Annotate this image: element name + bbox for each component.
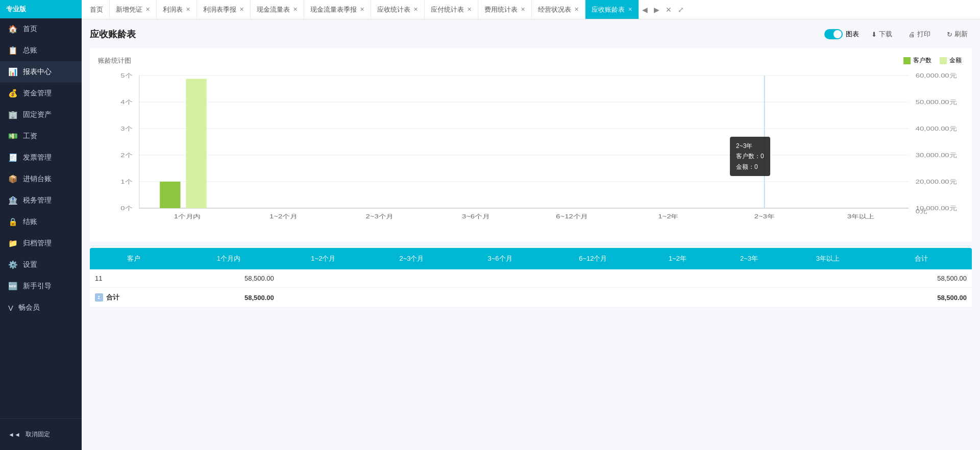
tab-profit-quarter[interactable]: 利润表季报 ✕ — [197, 0, 251, 19]
print-button[interactable]: 🖨 打印 — [904, 28, 935, 41]
total-12m — [279, 288, 368, 308]
member-icon: V — [8, 304, 13, 312]
main-content: 首页 新增凭证 ✕ 利润表 ✕ 利润表季报 ✕ 现金流量表 ✕ 现金流量表季报 … — [82, 0, 980, 450]
col-header-total: 合计 — [871, 248, 972, 269]
tab-cashflow-quarter[interactable]: 现金流量表季报 ✕ — [304, 0, 371, 19]
total-1m: 58,500.00 — [178, 288, 279, 308]
tab-receivable-stat-close[interactable]: ✕ — [413, 6, 418, 13]
sidebar-item-archive[interactable]: 📁 归档管理 — [0, 233, 82, 254]
cell-1m: 58,500.00 — [178, 269, 279, 288]
tab-expense-stat-close[interactable]: ✕ — [521, 6, 525, 13]
sidebar-unpin-button[interactable]: ◄◄ 取消固定 — [0, 424, 82, 445]
cell-612m — [544, 269, 642, 288]
refresh-button[interactable]: ↻ 刷新 — [943, 28, 972, 41]
sidebar-item-guide[interactable]: 🆕 新手引导 — [0, 276, 82, 297]
tab-payable-stat-label: 应付统计表 — [431, 5, 464, 14]
assets-icon: 🏢 — [8, 110, 18, 119]
download-icon: ⬇ — [871, 31, 877, 38]
tab-payable-stat[interactable]: 应付统计表 ✕ — [425, 0, 478, 19]
total-icon: Σ — [95, 293, 103, 302]
tab-receivable-stat[interactable]: 应收统计表 ✕ — [371, 0, 425, 19]
col-header-12m: 1~2个月 — [279, 248, 368, 269]
print-label: 打印 — [917, 30, 930, 39]
sidebar-item-purchase[interactable]: 📦 进销台账 — [0, 168, 82, 190]
tab-voucher[interactable]: 新增凭证 ✕ — [110, 0, 157, 19]
close-accounts-icon: 🔒 — [8, 217, 18, 227]
tab-expense-stat[interactable]: 费用统计表 ✕ — [478, 0, 532, 19]
sidebar-item-label: 税务管理 — [23, 196, 52, 205]
cell-36m — [456, 269, 544, 288]
cell-23m — [368, 269, 456, 288]
tab-aging-label: 应收账龄表 — [592, 5, 625, 14]
home-icon: 🏠 — [8, 24, 18, 34]
download-button[interactable]: ⬇ 下载 — [867, 28, 896, 41]
sidebar-item-label: 工资 — [23, 132, 37, 141]
col-header-23y: 2~3年 — [714, 248, 785, 269]
sidebar-item-assets[interactable]: 🏢 固定资产 — [0, 104, 82, 126]
sidebar-item-label: 固定资产 — [23, 110, 52, 119]
tab-close-all[interactable]: ✕ — [663, 0, 675, 19]
tab-profit[interactable]: 利润表 ✕ — [157, 0, 197, 19]
sidebar-item-tax[interactable]: 🏦 税务管理 — [0, 190, 82, 211]
sidebar-item-label: 报表中心 — [23, 67, 52, 77]
tab-cashflow-label: 现金流量表 — [257, 5, 290, 14]
total-total: 58,500.00 — [871, 288, 972, 308]
tab-operation[interactable]: 经营状况表 ✕ — [532, 0, 585, 19]
refresh-icon: ↻ — [947, 31, 952, 38]
tab-scroll-left[interactable]: ◀ — [639, 0, 651, 19]
svg-text:30,000.00元: 30,000.00元 — [916, 152, 957, 159]
svg-text:1个月内: 1个月内 — [174, 213, 201, 220]
sidebar-item-home[interactable]: 🏠 首页 — [0, 18, 82, 40]
chart-toggle[interactable]: 图表 — [824, 29, 859, 39]
tab-cashflow[interactable]: 现金流量表 ✕ — [251, 0, 304, 19]
total-label-cell: Σ 合计 — [90, 288, 178, 308]
total-612m — [544, 288, 642, 308]
tab-profit-close[interactable]: ✕ — [186, 6, 190, 13]
refresh-label: 刷新 — [954, 30, 968, 39]
sidebar-item-member[interactable]: V 畅会员 — [0, 297, 82, 318]
tab-operation-close[interactable]: ✕ — [574, 6, 579, 13]
svg-text:40,000.00元: 40,000.00元 — [916, 126, 957, 132]
tab-expand[interactable]: ⤢ — [675, 0, 687, 19]
tab-cashflow-close[interactable]: ✕ — [293, 6, 298, 13]
tab-payable-stat-close[interactable]: ✕ — [467, 6, 472, 13]
tab-voucher-close[interactable]: ✕ — [145, 6, 150, 13]
tab-home-label: 首页 — [90, 5, 103, 14]
svg-text:20,000.00元: 20,000.00元 — [916, 179, 957, 185]
ledger-icon: 📋 — [8, 46, 18, 55]
sidebar-item-salary[interactable]: 💵 工资 — [0, 126, 82, 147]
sidebar-item-settings[interactable]: ⚙️ 设置 — [0, 254, 82, 276]
svg-text:0个: 0个 — [120, 205, 132, 212]
sidebar-item-close[interactable]: 🔒 结账 — [0, 211, 82, 233]
sidebar-item-label: 资金管理 — [23, 89, 52, 98]
total-23y — [714, 288, 785, 308]
funds-icon: 💰 — [8, 89, 18, 98]
sidebar-item-label: 归档管理 — [23, 239, 52, 248]
tab-cashflow-quarter-close[interactable]: ✕ — [360, 6, 364, 13]
col-header-customer: 客户 — [90, 248, 178, 269]
total-label-text: 合计 — [106, 293, 119, 302]
sidebar-item-funds[interactable]: 💰 资金管理 — [0, 83, 82, 104]
tab-profit-quarter-label: 利润表季报 — [203, 5, 236, 14]
tab-voucher-label: 新增凭证 — [116, 5, 142, 14]
sidebar-item-invoice[interactable]: 🧾 发票管理 — [0, 147, 82, 168]
svg-text:6~12个月: 6~12个月 — [556, 213, 588, 220]
tab-aging-close[interactable]: ✕ — [628, 6, 632, 13]
chart-svg-container: 5个 4个 3个 2个 1个 0个 60,000.00元 50,000.00元 … — [98, 70, 964, 229]
svg-text:0元: 0元 — [916, 208, 927, 215]
sidebar-item-ledger[interactable]: 📋 总账 — [0, 40, 82, 61]
sidebar-item-label: 畅会员 — [18, 303, 40, 312]
chart-svg: 5个 4个 3个 2个 1个 0个 60,000.00元 50,000.00元 … — [98, 70, 964, 229]
svg-text:2~3个月: 2~3个月 — [366, 213, 394, 220]
toggle-switch-control[interactable] — [824, 29, 843, 39]
page-content-area: 应收账龄表 图表 ⬇ 下载 🖨 打印 ↻ 刷新 — [82, 19, 980, 450]
sidebar-item-reports[interactable]: 📊 报表中心 — [0, 61, 82, 83]
sidebar-item-label: 结账 — [23, 217, 37, 227]
tab-profit-quarter-close[interactable]: ✕ — [239, 6, 244, 13]
toggle-label: 图表 — [846, 30, 859, 39]
tab-aging[interactable]: 应收账龄表 ✕ — [585, 0, 639, 19]
svg-text:3个: 3个 — [120, 126, 132, 132]
tab-scroll-right[interactable]: ▶ — [651, 0, 663, 19]
tab-home[interactable]: 首页 — [84, 0, 110, 19]
sidebar-item-label: 新手引导 — [23, 282, 52, 291]
